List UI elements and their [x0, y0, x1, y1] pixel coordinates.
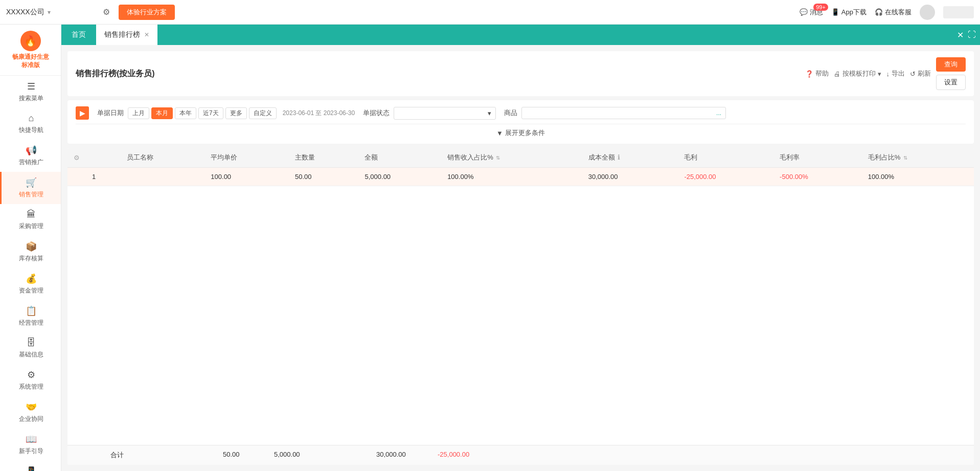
sidebar-item-purchase[interactable]: 🏛 采购管理 — [0, 204, 61, 236]
sidebar-item-management[interactable]: 📋 经营管理 — [0, 300, 61, 332]
page-title: 销售排行榜(按业务员) — [76, 69, 155, 79]
trial-button[interactable]: 体验行业方案 — [119, 5, 175, 20]
date-btn-thisyear[interactable]: 本年 — [175, 107, 196, 119]
column-settings-icon[interactable]: ⚙ — [74, 154, 80, 162]
date-btn-thismonth[interactable]: 本月 — [151, 107, 173, 119]
app-download-button[interactable]: 📱 App下载 — [831, 8, 867, 17]
settings-button[interactable]: 设置 — [936, 75, 966, 90]
cell-gross-profit: -25,000.00 — [678, 168, 773, 186]
company-selector[interactable]: XXXXX公司 ▾ — [6, 8, 98, 17]
print-icon: 🖨 — [834, 70, 840, 78]
date-btn-7days[interactable]: 近7天 — [198, 107, 223, 119]
footer-gross-rate — [493, 451, 544, 460]
avatar[interactable] — [920, 5, 935, 20]
sidebar-item-basic-info[interactable]: 🗄 基础信息 — [0, 332, 61, 364]
filter-row: ▶ 单据日期 上月 本月 本年 近7天 更多 自定义 2023-0 — [76, 106, 966, 120]
tab-close-icon[interactable]: ✕ — [144, 31, 149, 38]
info-icon[interactable]: ℹ — [618, 153, 620, 161]
more-icon[interactable]: ... — [716, 109, 721, 117]
help-button[interactable]: ❓ 帮助 — [805, 69, 829, 78]
user-name — [943, 6, 974, 18]
sidebar-item-system[interactable]: ⚙ 系统管理 — [0, 364, 61, 396]
footer-main-qty: 50.00 — [217, 451, 268, 460]
sidebar-item-label: 新手引导 — [19, 447, 43, 456]
date-label: 单据日期 — [97, 108, 124, 118]
sidebar-item-search[interactable]: ☰ 搜索菜单 — [0, 76, 61, 108]
sidebar-item-marketing[interactable]: 📢 营销推广 — [0, 140, 61, 172]
footer-avg-price — [166, 451, 217, 460]
refresh-icon: ↺ — [910, 70, 916, 78]
sidebar-item-nav[interactable]: ⌂ 快捷导航 — [0, 108, 61, 140]
date-range: 2023-06-01 至 2023-06-30 — [283, 109, 355, 118]
refresh-button[interactable]: ↺ 刷新 — [910, 69, 931, 78]
maximize-icon[interactable]: ⛶ — [968, 30, 976, 39]
top-bar: XXXXX公司 ▾ ⚙ 体验行业方案 💬 消息 99+ 📱 App下载 🎧 在线… — [0, 0, 980, 25]
company-name: XXXXX公司 — [6, 8, 44, 17]
settings-gear-button[interactable]: ⚙ — [98, 4, 115, 20]
status-label: 单据状态 — [363, 108, 390, 118]
page-header: 销售排行榜(按业务员) ❓ 帮助 🖨 按模板打印 ▾ ↓ 导出 — [67, 51, 974, 96]
col-cost-amount: 成本全额 ℹ — [582, 148, 678, 168]
close-window-icon[interactable]: ✕ — [957, 30, 964, 40]
goods-input[interactable]: ... — [521, 107, 726, 119]
mobile-icon: 📱 — [26, 466, 37, 471]
data-table: ⚙ 员工名称 平均单价 主数量 全额 销售收入占比% ⇅ — [67, 148, 974, 186]
date-buttons: 上月 本月 本年 近7天 更多 自定义 — [128, 107, 277, 119]
col-sales-pct: 销售收入占比% ⇅ — [441, 148, 582, 168]
sidebar-item-inventory[interactable]: 📦 库存核算 — [0, 236, 61, 268]
page-content: 销售排行榜(按业务员) ❓ 帮助 🖨 按模板打印 ▾ ↓ 导出 — [61, 45, 980, 471]
date-btn-custom[interactable]: 自定义 — [249, 107, 277, 119]
clipboard-icon: 📋 — [26, 305, 37, 317]
col-name: 员工名称 — [121, 148, 205, 168]
tab-home[interactable]: 首页 — [61, 25, 96, 45]
filter-area: ▶ 单据日期 上月 本月 本年 近7天 更多 自定义 2023-0 — [67, 100, 974, 144]
page-actions: ❓ 帮助 🖨 按模板打印 ▾ ↓ 导出 ↺ 刷新 — [805, 57, 966, 90]
gear-icon: ⚙ — [27, 369, 35, 380]
export-button[interactable]: ↓ 导出 — [886, 69, 905, 78]
status-select[interactable]: ▾ — [394, 107, 496, 120]
message-button[interactable]: 💬 消息 99+ — [800, 8, 823, 17]
tab-bar: 首页 销售排行榜 ✕ ✕ ⛶ — [61, 25, 980, 45]
query-button[interactable]: 查询 — [936, 57, 966, 72]
book-icon: 📖 — [26, 434, 37, 445]
box-icon: 📦 — [26, 241, 37, 252]
money-icon: 💰 — [26, 273, 37, 284]
headset-icon: 🎧 — [875, 8, 883, 16]
footer-sales-pct — [319, 451, 370, 460]
tab-sales-ranking[interactable]: 销售排行榜 ✕ — [96, 25, 157, 45]
sidebar-item-collaboration[interactable]: 🤝 企业协同 — [0, 396, 61, 429]
sidebar-item-guide[interactable]: 📖 新手引导 — [0, 429, 61, 461]
chevron-down-icon: ▾ — [878, 70, 881, 78]
status-filter: 单据状态 ▾ — [363, 107, 496, 120]
cell-cost-amount: 30,000.00 — [582, 168, 678, 186]
cell-sales-pct: 100.00% — [441, 168, 582, 186]
date-btn-lastmonth[interactable]: 上月 — [128, 107, 149, 119]
date-btn-more[interactable]: 更多 — [225, 107, 247, 119]
template-print-button[interactable]: 🖨 按模板打印 ▾ — [834, 69, 881, 78]
sidebar-item-label: 经营管理 — [19, 319, 43, 327]
cell-name — [121, 168, 205, 186]
sidebar-item-finance[interactable]: 💰 资金管理 — [0, 268, 61, 300]
table-header-row: ⚙ 员工名称 平均单价 主数量 全额 销售收入占比% ⇅ — [67, 148, 974, 168]
cell-gross-pct: 100.00% — [862, 168, 974, 186]
col-gross-rate: 毛利率 — [773, 148, 862, 168]
sidebar-item-label: 采购管理 — [19, 222, 43, 231]
col-settings[interactable]: ⚙ — [67, 148, 86, 168]
cell-settings — [67, 168, 86, 186]
top-bar-right: 💬 消息 99+ 📱 App下载 🎧 在线客服 — [800, 5, 974, 20]
export-icon: ↓ — [886, 70, 890, 78]
tab-bar-actions: ✕ ⛶ — [957, 30, 980, 40]
logo-area: 🔥 畅康通好生意 标准版 — [0, 25, 61, 76]
expand-more-button[interactable]: ▼ 展开更多条件 — [76, 124, 966, 138]
content-area: 首页 销售排行榜 ✕ ✕ ⛶ 销售排行榜(按业务员) ❓ 帮助 — [61, 25, 980, 471]
sort-icon-2[interactable]: ⇅ — [903, 155, 907, 161]
expand-arrow-button[interactable]: ▶ — [76, 106, 89, 120]
sidebar-item-app-center[interactable]: 📱 应用中心 — [0, 461, 61, 471]
online-service-button[interactable]: 🎧 在线客服 — [875, 8, 911, 17]
footer-gross-profit: -25,000.00 — [431, 451, 493, 460]
col-gross-profit: 毛利 — [678, 148, 773, 168]
sort-icon[interactable]: ⇅ — [496, 155, 500, 161]
col-main-qty: 主数量 — [289, 148, 359, 168]
goods-filter: 商品 ... — [504, 107, 726, 119]
sidebar-item-sales[interactable]: 🛒 销售管理 — [0, 172, 61, 204]
